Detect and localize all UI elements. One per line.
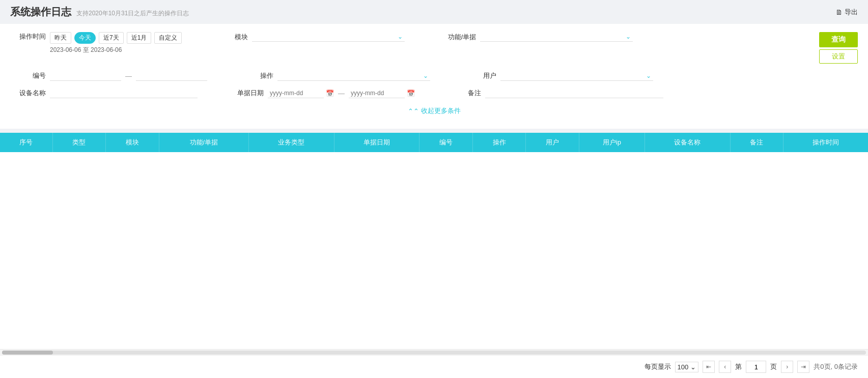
number-label: 编号 (10, 71, 46, 80)
time-group: 昨天 今天 近7天 近1月 自定义 2023-06-06 至 2023-06-0… (50, 32, 182, 54)
module-filter-block: 模块 ⌄ (212, 32, 405, 42)
remark-label: 备注 (445, 89, 481, 98)
page-title: 系统操作日志 (10, 5, 71, 19)
time-btn-custom[interactable]: 自定义 (154, 32, 182, 44)
module-dropdown[interactable]: ⌄ (252, 32, 405, 42)
remark-filter-block: 备注 (445, 88, 663, 98)
time-btn-today[interactable]: 今天 (74, 32, 96, 44)
empty-area (0, 152, 868, 325)
header-left: 系统操作日志 支持2020年10月31日之后产生的操作日志 (10, 5, 189, 19)
col-remark: 备注 (730, 133, 783, 152)
page-subtitle: 支持2020年10月31日之后产生的操作日志 (76, 9, 189, 18)
module-label: 模块 (212, 33, 248, 42)
number-filter-block: 编号 — (10, 71, 207, 81)
number-dash: — (125, 72, 132, 80)
number-input-start[interactable] (50, 71, 121, 81)
date-to-input[interactable] (349, 89, 405, 98)
page-size-arrow-icon: ⌄ (690, 363, 696, 371)
collapse-button[interactable]: ⌃⌃ 收起更多条件 (408, 106, 461, 115)
pagination: 每页显示 100 ⌄ ⇤ ‹ 第 页 › ⇥ 共0页, 0条记录 (0, 355, 868, 378)
export-icon: 🗎 (835, 8, 843, 16)
operation-chevron-icon: ⌄ (423, 72, 428, 79)
date-dash: — (338, 90, 345, 97)
function-dropdown[interactable]: ⌄ (480, 32, 633, 42)
filter-row-3: 设备名称 单据日期 📅 — 📅 备注 (10, 88, 858, 98)
collapse-label: 收起更多条件 (421, 106, 461, 115)
page-header: 系统操作日志 支持2020年10月31日之后产生的操作日志 🗎 导出 (0, 0, 868, 24)
module-chevron-icon: ⌄ (398, 33, 403, 40)
page-suffix: 页 (770, 362, 777, 371)
col-operation: 操作 (472, 133, 525, 152)
time-buttons-row: 昨天 今天 近7天 近1月 自定义 (50, 32, 182, 44)
page-size-dropdown[interactable]: 100 ⌄ (675, 362, 699, 372)
time-filter-block: 操作时间 昨天 今天 近7天 近1月 自定义 2023-06-06 至 2023… (10, 32, 182, 54)
collapse-row: ⌃⌃ 收起更多条件 (10, 103, 858, 121)
col-number: 编号 (419, 133, 472, 152)
table-container: 序号 类型 模块 功能/单据 业务类型 单据日期 编号 操作 用户 用户ip 设… (0, 133, 868, 349)
user-label: 用户 (461, 71, 496, 80)
per-page-label: 每页显示 (645, 362, 671, 371)
col-index: 序号 (0, 133, 52, 152)
function-label: 功能/单据 (435, 33, 476, 42)
filter-row-1: 操作时间 昨天 今天 近7天 近1月 自定义 2023-06-06 至 2023… (10, 32, 858, 64)
function-chevron-icon: ⌄ (626, 33, 631, 40)
export-label: 导出 (845, 8, 858, 17)
time-label: 操作时间 (10, 32, 46, 41)
data-table: 序号 类型 模块 功能/单据 业务类型 单据日期 编号 操作 用户 用户ip 设… (0, 133, 868, 152)
scrollbar-thumb[interactable] (2, 351, 53, 355)
col-doc-date: 单据日期 (334, 133, 419, 152)
operation-dropdown[interactable]: ⌄ (277, 71, 430, 81)
col-module: 模块 (106, 133, 159, 152)
operation-label: 操作 (238, 71, 273, 80)
scrollbar-track (2, 351, 866, 355)
doc-date-label: 单据日期 (228, 89, 264, 98)
prev-page-button[interactable]: ‹ (719, 361, 731, 373)
col-user: 用户 (526, 133, 579, 152)
page-total: 共0页, 0条记录 (814, 362, 858, 371)
col-function: 功能/单据 (159, 133, 248, 152)
collapse-up-icon: ⌃⌃ (408, 107, 419, 115)
col-type: 类型 (52, 133, 105, 152)
doc-date-filter-block: 单据日期 📅 — 📅 (228, 89, 415, 98)
calendar-from-icon[interactable]: 📅 (326, 90, 334, 97)
device-input[interactable] (50, 88, 198, 98)
user-chevron-icon: ⌄ (646, 72, 651, 79)
col-biz-type: 业务类型 (249, 133, 334, 152)
action-buttons: 查询 设置 (819, 32, 858, 64)
time-btn-yesterday[interactable]: 昨天 (50, 32, 71, 44)
function-filter-block: 功能/单据 ⌄ (435, 32, 633, 42)
col-device: 设备名称 (645, 133, 730, 152)
table-header-row: 序号 类型 模块 功能/单据 业务类型 单据日期 编号 操作 用户 用户ip 设… (0, 133, 868, 152)
user-filter-block: 用户 ⌄ (461, 71, 653, 81)
export-button[interactable]: 🗎 导出 (835, 8, 858, 17)
device-label: 设备名称 (10, 89, 46, 98)
time-btn-7days[interactable]: 近7天 (99, 32, 124, 44)
page-size-value: 100 (678, 363, 689, 371)
calendar-to-icon[interactable]: 📅 (407, 90, 415, 97)
query-button[interactable]: 查询 (819, 32, 858, 47)
settings-button[interactable]: 设置 (819, 49, 858, 64)
time-range-display: 2023-06-06 至 2023-06-06 (50, 46, 182, 54)
device-filter-block: 设备名称 (10, 88, 198, 98)
operation-filter-block: 操作 ⌄ (238, 71, 430, 81)
col-user-ip: 用户ip (579, 133, 645, 152)
time-btn-1month[interactable]: 近1月 (127, 32, 152, 44)
number-input-end[interactable] (136, 71, 207, 81)
page-container: 系统操作日志 支持2020年10月31日之后产生的操作日志 🗎 导出 操作时间 … (0, 0, 868, 378)
page-prefix: 第 (735, 362, 742, 371)
horizontal-scrollbar[interactable] (0, 349, 868, 355)
filter-area: 操作时间 昨天 今天 近7天 近1月 自定义 2023-06-06 至 2023… (0, 24, 868, 129)
date-from-input[interactable] (268, 89, 324, 98)
last-page-button[interactable]: ⇥ (797, 361, 809, 373)
remark-input[interactable] (485, 88, 663, 98)
col-op-time: 操作时间 (783, 133, 868, 152)
page-number-input[interactable] (746, 361, 766, 373)
next-page-button[interactable]: › (781, 361, 793, 373)
first-page-button[interactable]: ⇤ (703, 361, 715, 373)
user-dropdown[interactable]: ⌄ (500, 71, 653, 81)
filter-row-2: 编号 — 操作 ⌄ 用户 ⌄ (10, 71, 858, 81)
